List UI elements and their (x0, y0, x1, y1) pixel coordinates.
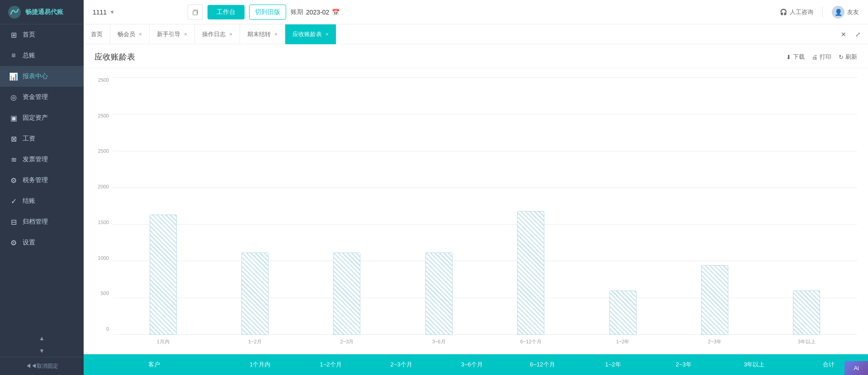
sidebar-item-home[interactable]: ⊞ 首页 (0, 24, 84, 45)
sidebar-item-checkout[interactable]: ✓ 结账 (0, 191, 84, 211)
nav-label-home: 首页 (23, 31, 35, 39)
print-button[interactable]: 🖨 打印 (812, 53, 831, 61)
download-label: 下载 (793, 53, 805, 61)
nav-icon-ledger: ≡ (9, 51, 18, 60)
sidebar-logo: 畅捷通易代账 (0, 0, 84, 24)
tab-close-vip[interactable]: × (139, 31, 142, 38)
chart-bar[interactable] (609, 291, 637, 335)
tab-vip[interactable]: 畅会员× (110, 24, 150, 44)
refresh-label: 刷新 (845, 53, 857, 61)
table-header-cell: 3年以上 (719, 361, 789, 369)
scroll-down-btn[interactable]: ▼ (0, 344, 84, 357)
tab-home[interactable]: 首页 (84, 24, 110, 44)
tab-close-oplog[interactable]: × (229, 31, 232, 38)
tab-close-aging[interactable]: × (326, 31, 329, 38)
nav-label-settings: 设置 (23, 239, 35, 247)
nav-label-checkout: 结账 (23, 197, 35, 205)
sidebar-item-tax[interactable]: ⚙ 税务管理 (0, 170, 84, 191)
x-axis-label: 2~3年 (701, 338, 728, 345)
table-header-cell: 1~2年 (578, 361, 648, 369)
company-selector[interactable]: 1111 ▼ (93, 9, 183, 16)
close-tab-btn[interactable]: ✕ (837, 28, 850, 41)
download-button[interactable]: ⬇ 下载 (786, 53, 805, 61)
sidebar-item-ledger[interactable]: ≡ 总账 (0, 45, 84, 66)
tab-close-yearend[interactable]: × (274, 31, 278, 38)
print-icon: 🖨 (812, 54, 818, 61)
y-axis-label: 500 (101, 291, 109, 296)
grid-and-bars (113, 77, 857, 335)
expand-tab-btn[interactable]: ⤢ (852, 28, 864, 41)
chart-bar[interactable] (150, 215, 177, 335)
print-label: 打印 (820, 53, 831, 61)
nav-icon-reports: 📊 (9, 72, 18, 81)
nav-label-tax: 税务管理 (23, 176, 48, 184)
user-name: 友友 (847, 8, 859, 16)
bar-group (701, 265, 728, 335)
tabs-actions: ✕ ⤢ (837, 28, 868, 41)
nav-label-ledger: 总账 (23, 52, 35, 60)
topbar: 1111 ▼ 工作台 切到旧版 账期 2023-02 📅 🎧 人工咨询 👤 友友 (84, 0, 868, 24)
table-header-cell: 1~2个月 (295, 361, 366, 369)
topbar-divider (822, 7, 823, 18)
copy-icon-btn[interactable] (188, 5, 203, 20)
tabs-bar: 首页畅会员×新手引导×操作日志×期末结转×应收账龄表× ✕ ⤢ (84, 24, 868, 44)
copy-icon (192, 9, 199, 16)
sidebar-item-payroll[interactable]: ⊠ 工资 (0, 128, 84, 149)
chart-bar[interactable] (241, 253, 269, 335)
x-axis-label: 1~2月 (241, 338, 269, 345)
y-axis-label: 2500 (98, 113, 109, 118)
cancel-fixed-btn[interactable]: ◀◀取消固定 (0, 357, 84, 375)
nav-icon-archive: ⊟ (9, 217, 18, 226)
nav-icon-invoice: ≋ (9, 155, 18, 164)
sidebar-item-settings[interactable]: ⚙ 设置 (0, 232, 84, 253)
tab-oplog[interactable]: 操作日志× (195, 24, 240, 44)
tab-label-yearend: 期末结转 (247, 30, 271, 38)
x-axis-label: 1月内 (150, 338, 177, 345)
chart-bar[interactable] (425, 253, 453, 335)
refresh-icon: ↻ (839, 54, 844, 61)
company-dropdown-arrow[interactable]: ▼ (109, 9, 115, 15)
chart-bar[interactable] (793, 291, 820, 335)
content-header: 应收账龄表 ⬇ 下载 🖨 打印 ↻ 刷新 (84, 44, 868, 68)
ai-badge[interactable]: Ai (844, 361, 868, 375)
service-label: 人工咨询 (790, 8, 813, 16)
service-button[interactable]: 🎧 人工咨询 (780, 8, 813, 16)
nav-label-reports: 报表中心 (23, 72, 48, 80)
refresh-button[interactable]: ↻ 刷新 (839, 53, 857, 61)
nav-label-assets: 固定资产 (23, 114, 48, 122)
nav-icon-checkout: ✓ (9, 197, 18, 206)
tab-yearend[interactable]: 期末结转× (240, 24, 285, 44)
tab-guide[interactable]: 新手引导× (150, 24, 195, 44)
bar-group (241, 253, 269, 335)
nav-label-invoice: 发票管理 (23, 155, 48, 164)
sidebar-item-invoice[interactable]: ≋ 发票管理 (0, 149, 84, 170)
content-area: 应收账龄表 ⬇ 下载 🖨 打印 ↻ 刷新 (84, 44, 868, 375)
x-axis-label: 2~3月 (333, 338, 360, 345)
tab-label-home: 首页 (91, 30, 103, 38)
tab-close-guide[interactable]: × (184, 31, 187, 38)
table-header-cell: 客户 (84, 361, 225, 369)
sidebar-item-reports[interactable]: 📊 报表中心 (0, 66, 84, 87)
scroll-up-btn[interactable]: ▲ (0, 332, 84, 344)
content-panel: 应收账龄表 ⬇ 下载 🖨 打印 ↻ 刷新 (84, 44, 868, 375)
topbar-right: 🎧 人工咨询 👤 友友 (780, 6, 859, 19)
x-axis-label: 1~2年 (609, 338, 637, 345)
workbench-button[interactable]: 工作台 (208, 5, 245, 19)
download-icon: ⬇ (786, 54, 791, 61)
chart-bar[interactable] (701, 265, 728, 335)
calendar-icon[interactable]: 📅 (332, 9, 340, 16)
bar-group (517, 211, 544, 335)
sidebar-item-funds[interactable]: ◎ 资金管理 (0, 87, 84, 108)
x-axis-label: 3年以上 (793, 338, 820, 345)
y-axis-label: 2000 (98, 184, 109, 189)
ai-label: Ai (854, 365, 859, 371)
user-menu[interactable]: 👤 友友 (832, 6, 859, 19)
chart-bar[interactable] (333, 253, 360, 335)
chart-bar[interactable] (517, 211, 544, 335)
x-axis-label: 3~6月 (425, 338, 453, 345)
tab-aging[interactable]: 应收账龄表× (285, 24, 336, 44)
sidebar-item-assets[interactable]: ▣ 固定资产 (0, 108, 84, 128)
sidebar-item-archive[interactable]: ⊟ 归档管理 (0, 211, 84, 232)
nav-label-funds: 资金管理 (23, 93, 48, 101)
switch-version-button[interactable]: 切到旧版 (249, 5, 286, 20)
